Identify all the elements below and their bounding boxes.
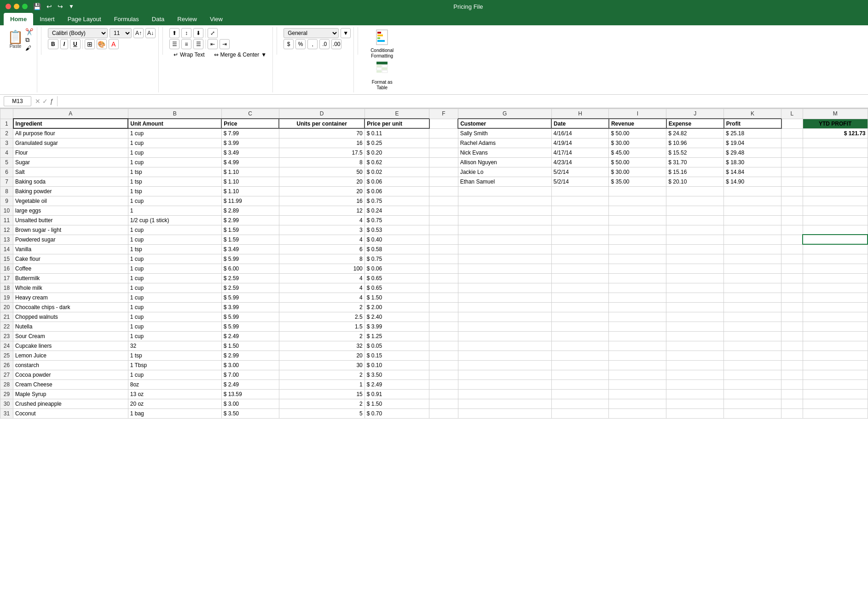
cell-J30[interactable] (666, 399, 724, 408)
cell-I8[interactable] (609, 186, 666, 196)
cell-M5[interactable] (803, 157, 868, 167)
cell-F7[interactable] (429, 177, 458, 186)
formula-input[interactable] (61, 96, 864, 106)
cell-J21[interactable] (666, 312, 724, 322)
cell-F1[interactable] (429, 119, 458, 128)
cell-F23[interactable] (429, 331, 458, 341)
cell-I13[interactable] (609, 235, 666, 244)
cell-A4[interactable]: Flour (13, 148, 128, 157)
cell-E12[interactable]: $ 0.53 (365, 225, 429, 235)
formula-insert-button[interactable]: ƒ (50, 98, 53, 105)
increase-indent-button[interactable]: ⇥ (220, 39, 230, 49)
cell-F11[interactable] (429, 215, 458, 225)
cell-F19[interactable] (429, 293, 458, 302)
cell-F14[interactable] (429, 244, 458, 254)
cell-B25[interactable]: 1 tsp (128, 351, 221, 360)
currency-button[interactable]: $ (284, 39, 294, 49)
cell-F13[interactable] (429, 235, 458, 244)
cell-H24[interactable] (551, 341, 609, 351)
cell-C16[interactable]: $ 6.00 (221, 264, 279, 273)
bold-button[interactable]: B (48, 39, 58, 49)
col-header-F[interactable]: F (429, 109, 458, 119)
cell-I15[interactable] (609, 254, 666, 264)
cell-M30[interactable] (803, 399, 868, 408)
conditional-formatting-section[interactable]: Conditional Formatting Format as Table (362, 27, 402, 92)
cell-M19[interactable] (803, 293, 868, 302)
cell-F2[interactable] (429, 128, 458, 138)
cell-L7[interactable] (781, 177, 803, 186)
cell-G7[interactable]: Ethan Samuel (458, 177, 551, 186)
cell-B17[interactable]: 1 cup (128, 273, 221, 283)
cell-K7[interactable]: $ 14.90 (724, 177, 781, 186)
cell-G4[interactable]: Nick Evans (458, 148, 551, 157)
cell-K19[interactable] (724, 293, 781, 302)
cell-B26[interactable]: 1 Tbsp (128, 360, 221, 370)
cell-A12[interactable]: Brown sugar - light (13, 225, 128, 235)
cell-E4[interactable]: $ 0.20 (365, 148, 429, 157)
cell-K23[interactable] (724, 331, 781, 341)
merge-dropdown-icon[interactable]: ▼ (261, 52, 266, 58)
cell-G2[interactable]: Sally Smith (458, 128, 551, 138)
cell-F15[interactable] (429, 254, 458, 264)
cell-I7[interactable]: $ 35.00 (609, 177, 666, 186)
col-header-A[interactable]: A (13, 109, 128, 119)
cell-L26[interactable] (781, 360, 803, 370)
cell-G31[interactable] (458, 408, 551, 418)
cell-C27[interactable]: $ 7.00 (221, 370, 279, 380)
align-bottom-button[interactable]: ⬇ (193, 28, 203, 38)
cell-L19[interactable] (781, 293, 803, 302)
cell-L20[interactable] (781, 302, 803, 312)
cell-J16[interactable] (666, 264, 724, 273)
cell-F28[interactable] (429, 380, 458, 389)
cell-H7[interactable]: 5/2/14 (551, 177, 609, 186)
col-header-I[interactable]: I (609, 109, 666, 119)
cell-M12[interactable] (803, 225, 868, 235)
cell-F5[interactable] (429, 157, 458, 167)
cell-B4[interactable]: 1 cup (128, 148, 221, 157)
cell-L24[interactable] (781, 341, 803, 351)
cell-M29[interactable] (803, 389, 868, 399)
cell-J10[interactable] (666, 206, 724, 215)
cell-A25[interactable]: Lemon Juice (13, 351, 128, 360)
cell-C23[interactable]: $ 2.49 (221, 331, 279, 341)
cell-M17[interactable] (803, 273, 868, 283)
format-as-table-inner[interactable]: Format as Table (365, 60, 399, 92)
cell-F18[interactable] (429, 283, 458, 293)
cell-J6[interactable]: $ 15.16 (666, 167, 724, 177)
cell-J4[interactable]: $ 15.52 (666, 148, 724, 157)
col-header-C[interactable]: C (221, 109, 279, 119)
cell-D25[interactable]: 20 (279, 351, 365, 360)
cell-D27[interactable]: 2 (279, 370, 365, 380)
cell-L9[interactable] (781, 196, 803, 206)
cell-G26[interactable] (458, 360, 551, 370)
cell-E23[interactable]: $ 1.25 (365, 331, 429, 341)
cell-E1[interactable]: Price per unit (365, 119, 429, 128)
cell-K8[interactable] (724, 186, 781, 196)
cell-J22[interactable] (666, 322, 724, 331)
cell-F24[interactable] (429, 341, 458, 351)
cell-C19[interactable]: $ 5.99 (221, 293, 279, 302)
cell-E17[interactable]: $ 0.65 (365, 273, 429, 283)
cell-C28[interactable]: $ 2.49 (221, 380, 279, 389)
cell-C14[interactable]: $ 3.49 (221, 244, 279, 254)
cell-L10[interactable] (781, 206, 803, 215)
cell-D9[interactable]: 16 (279, 196, 365, 206)
cell-C17[interactable]: $ 2.59 (221, 273, 279, 283)
toolbar-icon-save[interactable]: 💾 (33, 3, 41, 10)
cell-M31[interactable] (803, 408, 868, 418)
angle-text-button[interactable]: ⤢ (208, 28, 218, 38)
align-middle-button[interactable]: ↕ (181, 28, 191, 38)
cell-J26[interactable] (666, 360, 724, 370)
cell-L1[interactable] (781, 119, 803, 128)
cell-M2[interactable]: $ 121.73 (803, 128, 868, 138)
cell-D23[interactable]: 2 (279, 331, 365, 341)
cell-H18[interactable] (551, 283, 609, 293)
cell-E25[interactable]: $ 0.15 (365, 351, 429, 360)
cell-M25[interactable] (803, 351, 868, 360)
cell-M11[interactable] (803, 215, 868, 225)
cell-J12[interactable] (666, 225, 724, 235)
cell-D7[interactable]: 20 (279, 177, 365, 186)
cell-C5[interactable]: $ 4.99 (221, 157, 279, 167)
cell-B21[interactable]: 1 cup (128, 312, 221, 322)
cell-A21[interactable]: Chopped walnuts (13, 312, 128, 322)
